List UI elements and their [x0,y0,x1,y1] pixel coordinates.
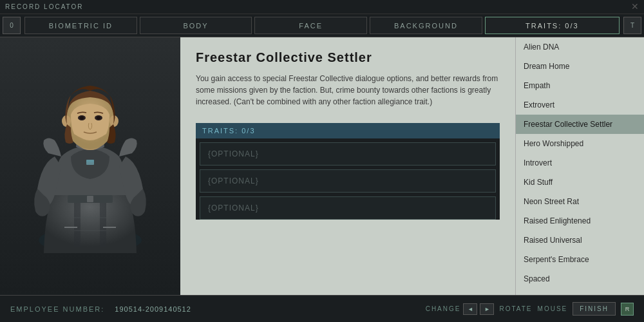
close-icon[interactable]: ✕ [631,1,639,12]
traits-box-header: TRAITS: 0/3 [196,123,500,138]
trait-list-panel: Alien DNADream HomeEmpathExtrovertFreest… [515,37,644,295]
tab-traits[interactable]: TRAITS: 0/3 [485,17,620,34]
trait-list-item[interactable]: Alien DNA [516,37,644,57]
portrait-area [0,37,180,295]
trait-list-item[interactable]: Raised Enlightened [516,211,644,231]
finish-button[interactable]: FINISH [573,302,616,316]
employee-number: 190514-2009140512 [115,305,191,313]
key-right[interactable]: ► [480,303,494,315]
center-panel: Freestar Collective Settler You gain acc… [180,37,515,295]
trait-list-item[interactable]: Taskmaster [516,289,644,295]
trait-list-item[interactable]: Serpent's Embrace [516,250,644,269]
svg-point-7 [97,117,100,120]
tab-bar: 0 BIOMETRIC ID BODY FACE BACKGROUND TRAI… [0,14,644,37]
svg-rect-2 [87,196,93,202]
trait-slot-1[interactable]: {OPTIONAL} [200,142,496,166]
trait-list-item[interactable]: Hero Worshipped [516,134,644,153]
trait-list-item[interactable]: Introvert [516,153,644,173]
selected-trait-name: Freestar Collective Settler [196,50,500,65]
tab-background[interactable]: BACKGROUND [370,17,482,34]
top-bar: RECORD LOCATOR ✕ [0,0,644,14]
selected-trait-description: You gain access to special Freestar Coll… [196,73,500,108]
key-left[interactable]: ◄ [463,303,477,315]
finish-key: R [621,303,634,316]
trait-list-item[interactable]: Extrovert [516,95,644,115]
trait-list-item[interactable]: Neon Street Rat [516,192,644,211]
tab-body[interactable]: BODY [140,17,252,34]
tab-key-0: 0 [3,17,21,34]
bottom-right-actions: CHANGE ◄ ► ROTATE MOUSE FINISH R [426,302,634,316]
tab-key-t: T [623,17,641,34]
employee-label: EMPLOYEE NUMBER: [10,305,104,313]
record-locator-title: RECORD LOCATOR [5,3,84,10]
trait-list-item[interactable]: Empath [516,76,644,95]
trait-list-item[interactable]: Dream Home [516,57,644,76]
change-label: CHANGE [426,305,461,312]
mouse-btn-group: MOUSE [538,305,568,312]
main-content: Freestar Collective Settler You gain acc… [0,37,644,295]
trait-list-item[interactable]: Raised Universal [516,231,644,250]
trait-list-item[interactable]: Spaced [516,269,644,289]
mouse-label: MOUSE [538,305,568,312]
tab-biometric[interactable]: BIOMETRIC ID [24,17,137,34]
rotate-btn-group: ROTATE [499,305,532,312]
svg-rect-11 [86,160,94,162]
change-btn-group: CHANGE ◄ ► [426,303,495,315]
character-figure [19,47,161,285]
bottom-bar: EMPLOYEE NUMBER: 190514-2009140512 CHANG… [0,295,644,322]
rotate-label: ROTATE [499,305,532,312]
trait-slot-3[interactable]: {OPTIONAL} [200,196,496,220]
trait-slot-2[interactable]: {OPTIONAL} [200,169,496,193]
svg-point-6 [80,117,84,120]
character-svg [19,47,161,285]
trait-list-item[interactable]: Freestar Collective Settler [516,115,644,134]
traits-selection-box: TRAITS: 0/3 {OPTIONAL} {OPTIONAL} {OPTIO… [196,123,500,220]
tab-face[interactable]: FACE [254,17,367,34]
trait-list-item[interactable]: Kid Stuff [516,173,644,192]
